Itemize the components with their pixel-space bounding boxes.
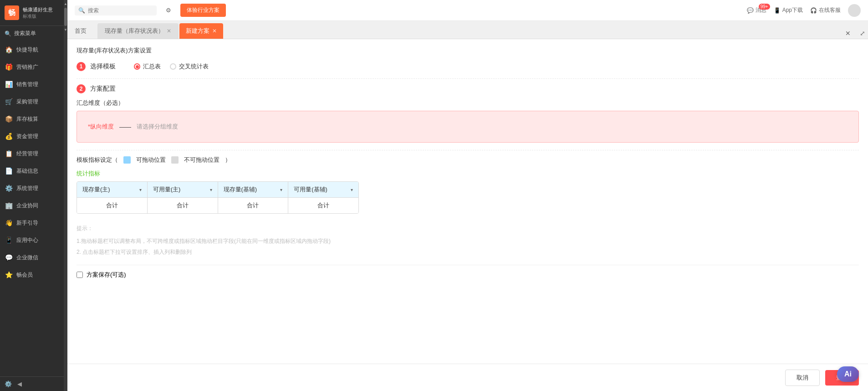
dimension-placeholder: 请选择分组维度 bbox=[137, 123, 178, 131]
app-download-button[interactable]: 📱 App下载 bbox=[774, 6, 803, 14]
sidebar-nav: 🏠 快捷导航 🎁 营销推广 📊 销售管理 🛒 采购管理 📦 库存核算 💰 资金管… bbox=[0, 41, 64, 376]
indicator-setting-prefix: 模板指标设定（ bbox=[77, 156, 118, 164]
col1-chevron-icon: ▾ bbox=[139, 187, 142, 192]
indicator-movable-label: 可拖动位置 bbox=[136, 156, 166, 164]
stats-col1-label: 现存量(主) bbox=[82, 185, 110, 194]
stats-header-col2[interactable]: 可用量(主) ▾ bbox=[148, 182, 218, 197]
settings-button[interactable]: ⚙ bbox=[162, 4, 175, 17]
sidebar-bottom: ⚙️ ◀ bbox=[0, 376, 64, 391]
dimension-dash: —— bbox=[119, 123, 131, 130]
radio-summary[interactable]: 汇总表 bbox=[134, 62, 161, 71]
sidebar-item-app-center[interactable]: 📱 应用中心 bbox=[0, 232, 64, 249]
col2-chevron-icon: ▾ bbox=[210, 187, 212, 192]
settings-icon[interactable]: ⚙️ bbox=[5, 381, 12, 387]
star-icon: ⭐ bbox=[5, 271, 13, 279]
collapse-icon[interactable]: ◀ bbox=[17, 381, 22, 387]
section2-title: 方案配置 bbox=[90, 85, 116, 93]
message-button[interactable]: 💬 消息 99+ bbox=[747, 6, 766, 14]
online-service-label: 在线客服 bbox=[819, 6, 841, 14]
stats-label: 统计指标 bbox=[77, 170, 859, 178]
stats-row1-col2: 合计 bbox=[148, 197, 218, 213]
stats-header-col1[interactable]: 现存量(主) ▾ bbox=[77, 182, 148, 197]
sidebar-item-sales[interactable]: 📊 销售管理 bbox=[0, 76, 64, 93]
dimension-box[interactable]: *纵向维度 —— 请选择分组维度 bbox=[77, 111, 859, 143]
tips-title: 提示： bbox=[77, 223, 859, 234]
tip-item-1: 1.拖动标题栏可以调整布局，不可跨维度或指标区域拖动栏目字段(只能在同一维度或指… bbox=[77, 236, 859, 247]
dimension-section: 汇总维度（必选） *纵向维度 —— 请选择分组维度 bbox=[77, 99, 859, 143]
stats-col4-label: 可用量(基辅) bbox=[294, 185, 327, 194]
stats-table-body: 合计 合计 合计 合计 bbox=[77, 197, 358, 213]
sidebar-item-operations[interactable]: 📋 经营管理 bbox=[0, 145, 64, 162]
sidebar-label: 新手引导 bbox=[16, 219, 38, 227]
user-avatar[interactable] bbox=[848, 4, 861, 17]
trial-button[interactable]: 体验行业方案 bbox=[180, 4, 226, 17]
clipboard-icon: 📋 bbox=[5, 149, 13, 158]
dimension-label: 汇总维度（必选） bbox=[77, 99, 859, 107]
app-logo: 畅 畅康通好生意 标准版 bbox=[0, 0, 64, 26]
sidebar-scrollbar[interactable]: ▲ ▼ bbox=[64, 0, 67, 391]
tips-section: 提示： 1.拖动标题栏可以调整布局，不可跨维度或指标区域拖动栏目字段(只能在同一… bbox=[77, 223, 859, 257]
stats-header-col4[interactable]: 可用量(基辅) ▾ bbox=[288, 182, 358, 197]
tab-new-close[interactable]: ✕ bbox=[212, 28, 217, 34]
phone-icon: 📱 bbox=[774, 7, 781, 14]
tab-inventory-label: 现存量（库存状况表） bbox=[105, 27, 164, 35]
section-template: 1 选择模板 汇总表 交叉统计表 bbox=[77, 62, 859, 71]
close-window-button[interactable]: ✕ bbox=[842, 28, 853, 39]
sidebar-item-quick-nav[interactable]: 🏠 快捷导航 bbox=[0, 41, 64, 58]
sidebar-item-enterprise[interactable]: 🏢 企业协同 bbox=[0, 197, 64, 214]
gift-icon: 🎁 bbox=[5, 63, 13, 71]
phone-icon: 📱 bbox=[5, 236, 13, 244]
gear-icon: ⚙️ bbox=[5, 184, 13, 192]
tab-home[interactable]: 首页 bbox=[67, 23, 94, 39]
save-row: 方案保存(可选) bbox=[77, 265, 859, 284]
content-area: 现存量(库存状况表)方案设置 1 选择模板 汇总表 交叉统计表 bbox=[67, 39, 868, 364]
stats-header-col3[interactable]: 现存量(基辅) ▾ bbox=[218, 182, 289, 197]
sidebar-item-inventory[interactable]: 📦 库存核算 bbox=[0, 110, 64, 128]
indicator-setting: 模板指标设定（ 可拖动位置 不可拖动位置 ） bbox=[77, 156, 859, 164]
bottombar: 取消 查询 bbox=[67, 364, 868, 391]
save-checkbox[interactable] bbox=[77, 272, 83, 278]
cancel-button[interactable]: 取消 bbox=[785, 370, 820, 386]
online-service-button[interactable]: 🎧 在线客服 bbox=[810, 6, 841, 14]
sidebar-item-basic-info[interactable]: 📄 基础信息 bbox=[0, 162, 64, 180]
sidebar-search[interactable]: 🔍 搜索菜单 bbox=[0, 26, 64, 41]
sidebar-label: 资金管理 bbox=[16, 133, 38, 140]
tab-inventory-status[interactable]: 现存量（库存状况表） ✕ bbox=[97, 23, 179, 39]
sidebar-label: 系统管理 bbox=[16, 185, 38, 192]
search-icon: 🔍 bbox=[78, 7, 85, 14]
sidebar-item-finance[interactable]: 💰 资金管理 bbox=[0, 128, 64, 145]
wave-icon: 👋 bbox=[5, 219, 13, 227]
radio-cross[interactable]: 交叉统计表 bbox=[170, 62, 209, 71]
sidebar-item-member[interactable]: ⭐ 畅会员 bbox=[0, 266, 64, 283]
radio-cross-circle bbox=[170, 63, 176, 70]
radio-cross-label: 交叉统计表 bbox=[179, 62, 209, 71]
topbar-search[interactable]: 🔍 bbox=[75, 5, 157, 15]
tab-new-label: 新建方案 bbox=[186, 27, 209, 35]
stats-row1-col1: 合计 bbox=[77, 197, 148, 213]
stats-col2-label: 可用量(主) bbox=[153, 185, 181, 194]
ai-badge[interactable]: Ai bbox=[837, 366, 859, 382]
doc-icon: 📄 bbox=[5, 167, 13, 175]
sidebar-item-guide[interactable]: 👋 新手引导 bbox=[0, 214, 64, 232]
section-divider bbox=[77, 78, 859, 79]
stats-table-header: 现存量(主) ▾ 可用量(主) ▾ 现存量(基辅) ▾ 可用量(基辅) ▾ bbox=[77, 182, 358, 197]
sidebar-item-system[interactable]: ⚙️ 系统管理 bbox=[0, 180, 64, 197]
app-name-block: 畅康通好生意 标准版 bbox=[23, 6, 53, 20]
sidebar-label: 畅会员 bbox=[16, 271, 33, 279]
tab-new-plan[interactable]: 新建方案 ✕ bbox=[179, 23, 223, 39]
money-icon: 💰 bbox=[5, 132, 13, 140]
sidebar-item-wechat[interactable]: 💬 企业微信 bbox=[0, 249, 64, 266]
message-badge: 99+ bbox=[759, 4, 770, 10]
expand-window-button[interactable]: ⤢ bbox=[857, 28, 868, 39]
search-input[interactable] bbox=[88, 7, 143, 14]
tip-item-2: 2. 点击标题栏下拉可设置排序、插入列和删除列 bbox=[77, 247, 859, 257]
tab-inventory-close[interactable]: ✕ bbox=[167, 28, 171, 34]
sidebar-label: 企业微信 bbox=[16, 254, 38, 262]
tabbar: 首页 现存量（库存状况表） ✕ 新建方案 ✕ ✕ ⤢ bbox=[67, 21, 868, 39]
headset-icon: 🎧 bbox=[810, 7, 817, 14]
sidebar-item-purchase[interactable]: 🛒 采购管理 bbox=[0, 93, 64, 110]
sidebar-item-marketing[interactable]: 🎁 营销推广 bbox=[0, 58, 64, 76]
search-label: 搜索菜单 bbox=[14, 30, 36, 37]
sidebar-label: 快捷导航 bbox=[16, 46, 38, 54]
chart-icon: 📊 bbox=[5, 80, 13, 88]
